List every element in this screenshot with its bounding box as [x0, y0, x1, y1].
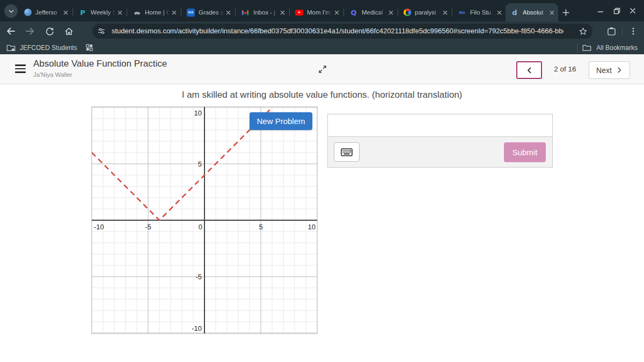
plus-icon: [562, 9, 569, 16]
minimize-icon: [597, 8, 604, 14]
tab-separator: [398, 9, 398, 16]
keyboard-icon: [341, 148, 353, 156]
forward-arrow-icon: [25, 26, 35, 37]
tab-separator: [343, 9, 344, 16]
restore-button[interactable]: [609, 0, 625, 21]
browser-tab[interactable]: dAbsolut: [506, 3, 558, 21]
site-info-button[interactable]: [96, 25, 107, 37]
tab-close-icon[interactable]: [61, 8, 70, 17]
tab-label: Weekly S: [91, 9, 115, 16]
kebab-menu-icon: [629, 27, 638, 35]
jefferson-favicon-icon: [24, 9, 32, 16]
back-button[interactable]: [5, 26, 16, 37]
prev-button[interactable]: [516, 61, 542, 79]
tab-search-button[interactable]: [4, 4, 18, 18]
bookmark-star-button[interactable]: [577, 26, 588, 37]
close-window-button[interactable]: [625, 0, 641, 21]
tabs-container: JeffersoPWeekly SHome | CSISGrades aInbo…: [19, 3, 558, 21]
url-text[interactable]: student.desmos.com/activitybuilder/insta…: [112, 24, 564, 39]
menu-button[interactable]: [15, 64, 26, 73]
managed-folder-icon: [6, 44, 16, 52]
browser-tab-strip: JeffersoPWeekly SHome | CSISGrades aInbo…: [0, 0, 644, 21]
toolbar-divider: [622, 27, 623, 35]
svg-text:10: 10: [194, 109, 202, 117]
tab-close-icon[interactable]: [115, 8, 124, 17]
tab-label: Medical: [362, 9, 386, 16]
home-icon: [64, 26, 74, 37]
activity-title: Absolute Value Function Practice: [33, 59, 167, 69]
new-problem-button[interactable]: New Problem: [250, 112, 312, 130]
folder-icon: [582, 44, 591, 52]
hamburger-icon: [15, 64, 26, 66]
bookmarks-grid-icon[interactable]: [86, 44, 93, 51]
browser-menu-button[interactable]: [628, 26, 639, 37]
tab-close-icon[interactable]: [170, 8, 178, 17]
svg-text:5: 5: [198, 160, 202, 168]
tab-close-icon[interactable]: [495, 8, 503, 17]
home-button[interactable]: [63, 26, 74, 37]
bookmark-folder-jefcoed[interactable]: JEFCOED Students: [20, 44, 77, 52]
tab-label: Absolut: [523, 9, 547, 16]
car-favicon-icon: [133, 8, 141, 17]
tab-close-icon[interactable]: [278, 8, 287, 17]
activity-content: I am skilled at writing absolute value f…: [0, 85, 644, 362]
forward-button[interactable]: [25, 26, 35, 37]
tab-close-icon[interactable]: [332, 8, 341, 17]
bookmarks-divider: [577, 44, 577, 52]
question-text: I am skilled at writing absolute value f…: [0, 90, 644, 100]
expand-button[interactable]: [317, 63, 328, 75]
next-label: Next: [596, 66, 612, 75]
tab-separator: [235, 9, 236, 16]
activity-header: Absolute Value Function Practice Ja'Niya…: [0, 54, 644, 84]
graph-panel[interactable]: -10-50510105-5-10: [91, 106, 318, 334]
tab-separator: [452, 9, 452, 16]
extensions-icon: [606, 26, 617, 37]
tab-label: Filo Stu: [470, 9, 495, 16]
submit-button[interactable]: Submit: [504, 142, 546, 162]
svg-text:10: 10: [308, 223, 316, 231]
restore-icon: [613, 8, 620, 15]
answer-toolbar: Submit: [328, 137, 552, 167]
quizlet-favicon-icon: Q: [349, 8, 358, 17]
tab-close-icon[interactable]: [547, 8, 556, 17]
tab-close-icon[interactable]: [386, 8, 395, 17]
back-arrow-icon: [5, 26, 16, 37]
tab-label: Jefferso: [35, 9, 61, 16]
address-bar[interactable]: student.desmos.com/activitybuilder/insta…: [92, 24, 592, 39]
svg-text:-5: -5: [195, 273, 202, 281]
tab-separator: [72, 9, 73, 16]
tab-separator: [289, 9, 290, 16]
reload-icon: [45, 26, 55, 37]
browser-tab[interactable]: PWeekly S: [74, 3, 126, 21]
window-controls: [592, 0, 641, 21]
page-indicator: 2 of 16: [547, 54, 583, 84]
keyboard-toggle-button[interactable]: [334, 142, 360, 162]
tab-label: Mom I'm: [307, 9, 332, 16]
student-name: Ja'Niya Waller: [33, 71, 72, 78]
browser-tab[interactable]: Mom I'm: [290, 3, 343, 21]
tab-close-icon[interactable]: [441, 8, 449, 17]
expand-arrows-icon: [318, 65, 327, 74]
youtube-favicon-icon: [295, 10, 303, 16]
browser-tab[interactable]: filoFilo Stu: [453, 3, 506, 21]
browser-tab[interactable]: QMedical: [345, 3, 397, 21]
browser-tab[interactable]: Home | C: [128, 3, 180, 21]
minimize-button[interactable]: [592, 0, 609, 21]
site-settings-icon: [97, 27, 106, 35]
all-bookmarks-button[interactable]: All Bookmarks: [596, 44, 638, 52]
extensions-button[interactable]: [606, 26, 617, 37]
browser-tab[interactable]: SISGrades a: [182, 3, 235, 21]
reload-button[interactable]: [44, 26, 55, 37]
svg-text:5: 5: [259, 223, 262, 231]
browser-tab[interactable]: Jefferso: [19, 3, 72, 21]
next-button[interactable]: Next: [589, 61, 630, 79]
svg-text:0: 0: [199, 223, 202, 231]
tab-close-icon[interactable]: [224, 8, 232, 17]
answer-input[interactable]: [328, 114, 552, 137]
browser-tab[interactable]: Inbox - j: [236, 3, 289, 21]
chevron-down-icon: [8, 8, 14, 15]
close-icon: [630, 8, 636, 14]
new-tab-button[interactable]: [558, 5, 573, 20]
gmail-favicon-icon: [241, 8, 250, 17]
browser-tab[interactable]: paralysi: [399, 3, 451, 21]
